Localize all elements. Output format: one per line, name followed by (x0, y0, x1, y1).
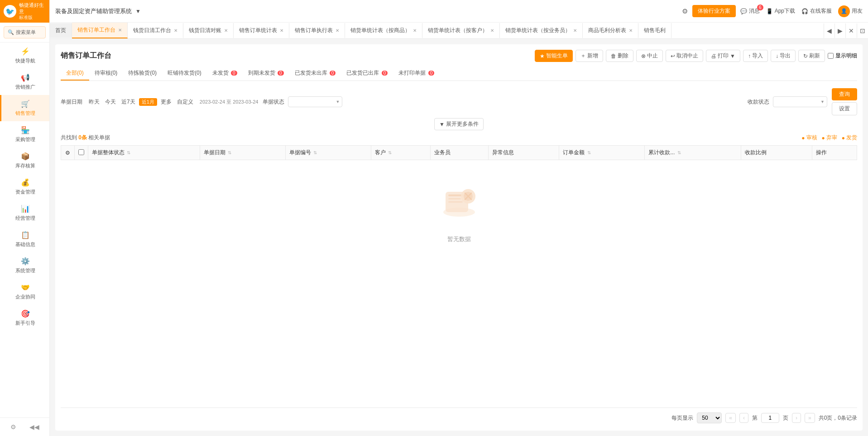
date-option-more[interactable]: 更多 (159, 97, 173, 107)
import-button[interactable]: ↑ 导入 (743, 50, 768, 62)
header-settings-icon[interactable]: ⚙ (682, 7, 688, 15)
tab-close-current-btn[interactable]: ✕ (845, 24, 857, 38)
tab-sales-customer-stats[interactable]: 销货单统计表（按客户） ✕ (422, 23, 500, 38)
col-abnormal: 异常信息 (488, 146, 559, 160)
tab-maximize-btn[interactable]: ⊡ (857, 24, 868, 38)
sidebar-item-guide[interactable]: 🎯 新手引导 (0, 305, 49, 331)
sub-tab-all[interactable]: 全部(0) (61, 66, 89, 81)
col-checkbox[interactable] (75, 146, 88, 160)
settings-button[interactable]: 设置 (832, 102, 857, 115)
sort-collected-icon[interactable]: ⇅ (677, 150, 681, 155)
export-button[interactable]: ↓ 导出 (771, 50, 796, 62)
expand-filter-btn[interactable]: ▼ 展开更多条件 (434, 118, 484, 130)
smart-gen-button[interactable]: ★ 智能生单 (535, 50, 573, 62)
cancel-stop-icon: ↩ (671, 53, 675, 59)
tab-close-cash-daily[interactable]: ✕ (174, 28, 177, 33)
sidebar-item-system[interactable]: ⚙️ 系统管理 (0, 252, 49, 279)
tab-scroll-left-btn[interactable]: ◀ (824, 24, 834, 38)
app-download-btn[interactable]: 📱 App下载 (766, 7, 795, 15)
cancel-stop-button[interactable]: ↩ 取消中止 (666, 50, 703, 62)
tab-gross-margin[interactable]: 商品毛利分析表 ✕ (583, 23, 638, 38)
last-page-btn[interactable]: » (805, 413, 815, 423)
batch-audit-btn[interactable]: ● 审核 (801, 134, 817, 142)
payment-select[interactable] (773, 96, 827, 107)
add-button[interactable]: ＋ 新增 (575, 50, 603, 62)
per-page-select[interactable]: 50 10 20 100 (697, 412, 722, 423)
date-option-1month[interactable]: 近1月 (139, 98, 157, 106)
online-service-btn[interactable]: 🎧 在线客服 (801, 7, 832, 15)
date-option-7days[interactable]: 近7天 (120, 97, 137, 107)
tab-close-cash-reconcile[interactable]: ✕ (224, 28, 228, 33)
sort-date-icon[interactable]: ⇅ (228, 150, 231, 155)
sub-tab-pending-delivery[interactable]: 待拣验货(0) (123, 66, 162, 81)
sub-tab-pending-review[interactable]: 待审核(0) (89, 66, 123, 81)
tab-close-sales-stats[interactable]: ✕ (280, 28, 283, 33)
tab-sales-stats[interactable]: 销售订单统计表 ✕ (234, 23, 289, 38)
per-page-label: 每页显示 (671, 414, 693, 422)
show-detail-checkbox[interactable] (828, 53, 834, 59)
tab-sales-product-stats[interactable]: 销货单统计表（按商品） ✕ (345, 23, 422, 38)
sidebar-item-operations[interactable]: 📊 经营管理 (0, 200, 49, 226)
sub-tab-overdue-not-shipped[interactable]: 到期未发货 0 (243, 66, 289, 81)
sub-tab-shipped-not-out[interactable]: 已发货未出库 0 (289, 66, 341, 81)
batch-void-btn[interactable]: ● 弃审 (822, 134, 837, 142)
sub-tab-wangpu-delivery[interactable]: 旺铺待发货(0) (162, 66, 207, 81)
col-settings[interactable]: ⚙ (61, 146, 75, 160)
tab-cash-daily[interactable]: 钱货日清工作台 ✕ (128, 23, 183, 38)
sidebar-item-inventory[interactable]: 📦 库存核算 (0, 147, 49, 174)
sidebar-item-finance[interactable]: 💰 资金管理 (0, 174, 49, 200)
batch-ship-btn[interactable]: ● 发货 (842, 134, 857, 142)
tab-close-gross-margin[interactable]: ✕ (629, 28, 633, 33)
tab-close-sales-customer-stats[interactable]: ✕ (490, 28, 494, 33)
prev-page-btn[interactable]: ‹ (739, 413, 748, 423)
stop-button[interactable]: ⊗ 中止 (636, 50, 663, 62)
tab-cash-reconcile[interactable]: 钱货日清对账 ✕ (183, 23, 234, 38)
print-button[interactable]: 🖨 打印 ▼ (706, 50, 740, 62)
refresh-button[interactable]: ↻ 刷新 (798, 50, 825, 62)
next-page-btn[interactable]: › (792, 413, 801, 423)
tab-close-sales-product-stats[interactable]: ✕ (413, 28, 417, 33)
sort-code-icon[interactable]: ⇅ (313, 150, 317, 155)
first-page-btn[interactable]: « (725, 413, 736, 423)
tab-scroll-right-btn[interactable]: ▶ (834, 24, 845, 38)
tab-close-sales-exec[interactable]: ✕ (336, 28, 339, 33)
tab-close-sales-workbench[interactable]: ✕ (118, 28, 122, 33)
sidebar-item-sales[interactable]: 🛒 销售管理 (0, 95, 49, 121)
sort-status-icon[interactable]: ⇅ (127, 150, 130, 155)
page-input[interactable] (761, 413, 779, 423)
tab-home[interactable]: 首页 (50, 23, 72, 38)
sub-tab-shipped-out[interactable]: 已发货已出库 0 (341, 66, 393, 81)
sidebar-item-marketing[interactable]: 📢 营销推广 (0, 69, 49, 95)
delete-button[interactable]: 🗑 删除 (606, 50, 633, 62)
industry-solution-button[interactable]: 体验行业方案 (692, 5, 736, 17)
sort-customer-icon[interactable]: ⇅ (388, 150, 392, 155)
status-select[interactable] (288, 96, 342, 107)
sidebar-item-purchase[interactable]: 🏪 采购管理 (0, 121, 49, 147)
tab-sales-staff-stats[interactable]: 销货单统计表（按业务员） ✕ (500, 23, 583, 38)
search-menu-button[interactable]: 🔍 搜索菜单 (4, 26, 46, 38)
sidebar-item-enterprise[interactable]: 🤝 企业协同 (0, 279, 49, 305)
tab-close-sales-staff-stats[interactable]: ✕ (573, 28, 577, 33)
date-option-today[interactable]: 今天 (103, 97, 118, 107)
user-menu-btn[interactable]: 👤 用友 (838, 5, 863, 17)
sub-tab-not-shipped[interactable]: 未发货 0 (207, 66, 243, 81)
messages-btn[interactable]: 💬 消息 6 (740, 7, 760, 15)
show-detail-checkbox-label[interactable]: 显示明细 (828, 52, 857, 60)
sub-tab-not-printed[interactable]: 未打印单据 0 (393, 66, 440, 81)
sort-amount-icon[interactable]: ⇅ (587, 150, 591, 155)
query-button[interactable]: 查询 (832, 88, 857, 100)
tab-sales-workbench[interactable]: 销售订单工作台 ✕ (72, 23, 128, 38)
import-label: 导入 (752, 52, 763, 60)
tab-sales-profit[interactable]: 销售毛利 (638, 23, 671, 38)
date-option-yesterday[interactable]: 昨天 (87, 97, 101, 107)
sidebar-item-quick-nav[interactable]: ⚡ 快捷导航 (0, 43, 49, 69)
settings-footer-btn[interactable]: ⚙ (9, 422, 18, 432)
select-all-checkbox[interactable] (78, 149, 84, 155)
collapse-sidebar-btn[interactable]: ◀◀ (28, 422, 41, 432)
sidebar-item-basic-info[interactable]: 📋 基础信息 (0, 226, 49, 252)
horizontal-scrollbar[interactable] (61, 400, 857, 405)
tab-sales-exec[interactable]: 销售订单执行表 ✕ (289, 23, 345, 38)
date-option-custom[interactable]: 自定义 (175, 97, 195, 107)
export-icon: ↓ (776, 53, 778, 59)
system-dropdown[interactable]: ▼ (135, 8, 141, 14)
